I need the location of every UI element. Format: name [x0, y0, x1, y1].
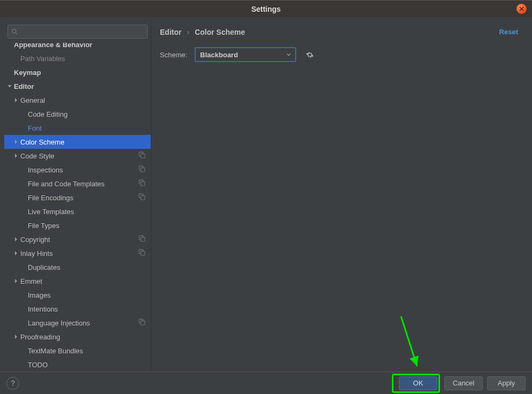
help-icon: ? — [11, 379, 14, 387]
reset-link[interactable]: Reset — [499, 28, 518, 36]
svg-rect-9 — [141, 195, 145, 200]
close-button[interactable] — [516, 4, 527, 14]
tree-item-label: Code Style — [20, 152, 138, 160]
dialog-footer: ? OK Cancel Apply — [0, 372, 532, 394]
svg-rect-11 — [141, 237, 145, 241]
svg-rect-13 — [141, 251, 145, 255]
tree-item[interactable]: General — [4, 93, 151, 107]
ok-button[interactable]: OK — [399, 376, 437, 390]
expander-icon[interactable] — [12, 140, 20, 144]
tree-item-label: Keymap — [14, 69, 145, 77]
tree-item-label: File Types — [28, 222, 145, 230]
svg-line-1 — [16, 33, 17, 34]
tree-item[interactable]: File Encodings — [4, 191, 151, 204]
tree-item-label: Appearance & Behavior — [14, 43, 145, 49]
tree-item-label: Code Editing — [28, 110, 145, 118]
settings-sidebar: Appearance & BehaviorPath VariablesKeyma… — [4, 21, 151, 372]
tree-item[interactable]: Code Editing — [4, 107, 151, 121]
tree-item-label: Images — [28, 291, 145, 299]
tree-item[interactable]: TextMate Bundles — [4, 344, 151, 358]
search-box[interactable] — [7, 25, 148, 39]
ok-annotation-highlight: OK — [392, 374, 440, 393]
project-scope-icon — [138, 165, 145, 174]
scheme-row: Scheme: Blackboard — [160, 47, 519, 62]
tree-item[interactable]: Font — [4, 121, 151, 135]
chevron-down-icon — [287, 52, 291, 57]
expander-icon[interactable] — [12, 335, 20, 339]
cancel-button[interactable]: Cancel — [444, 376, 483, 390]
tree-item-label: Intentions — [28, 305, 145, 313]
project-scope-icon — [138, 235, 145, 244]
settings-tree[interactable]: Appearance & BehaviorPath VariablesKeyma… — [4, 43, 151, 372]
apply-button[interactable]: Apply — [487, 376, 526, 390]
tree-item-label: Editor — [14, 82, 145, 90]
help-button[interactable]: ? — [6, 377, 19, 390]
breadcrumb-separator: › — [187, 28, 189, 36]
tree-item[interactable]: File Types — [4, 218, 151, 232]
tree-item-label: File and Code Templates — [28, 180, 138, 188]
close-icon — [519, 6, 524, 11]
tree-item-label: Path Variables — [20, 55, 145, 63]
tree-item[interactable]: Inlay Hints — [4, 246, 151, 260]
search-input[interactable] — [20, 28, 144, 35]
expander-icon[interactable] — [5, 84, 14, 88]
tree-item-label: Inlay Hints — [20, 249, 138, 257]
tree-item[interactable]: TODO — [4, 358, 151, 372]
tree-item-label: TODO — [28, 361, 145, 369]
tree-item[interactable]: Code Style — [4, 149, 151, 163]
tree-item[interactable]: Path Variables — [4, 51, 151, 65]
tree-item-label: Copyright — [20, 236, 138, 244]
content-panel: Editor › Color Scheme Reset Scheme: Blac… — [151, 21, 528, 372]
expander-icon[interactable] — [12, 279, 20, 283]
search-icon — [11, 28, 18, 35]
tree-item-label: Color Scheme — [20, 138, 145, 146]
tree-item[interactable]: Inspections — [4, 163, 151, 177]
tree-item[interactable]: Live Templates — [4, 204, 151, 218]
tree-item-label: Font — [28, 124, 145, 132]
tree-item[interactable]: Editor — [4, 79, 151, 93]
svg-point-0 — [12, 29, 16, 33]
tree-item-label: Live Templates — [28, 208, 145, 216]
tree-item-label: Emmet — [20, 277, 145, 285]
tree-item-label: File Encodings — [28, 194, 138, 202]
tree-item-label: General — [20, 96, 145, 104]
project-scope-icon — [138, 249, 145, 257]
tree-item-label: Language Injections — [28, 319, 138, 327]
tree-item[interactable]: File and Code Templates — [4, 177, 151, 191]
project-scope-icon — [138, 319, 145, 327]
tree-item[interactable]: Images — [4, 288, 151, 302]
project-scope-icon — [138, 193, 145, 202]
svg-rect-7 — [141, 181, 145, 186]
expander-icon[interactable] — [12, 251, 20, 255]
tree-item-label: TextMate Bundles — [28, 347, 145, 355]
tree-item[interactable]: Intentions — [4, 302, 151, 316]
scheme-dropdown[interactable]: Blackboard — [195, 47, 296, 62]
expander-icon[interactable] — [12, 154, 20, 158]
tree-item-label: Proofreading — [20, 333, 145, 341]
tree-item[interactable]: Color Scheme — [4, 135, 151, 149]
project-scope-icon — [138, 179, 145, 188]
tree-item[interactable]: Appearance & Behavior — [4, 43, 151, 51]
window-title: Settings — [251, 5, 281, 13]
gear-icon — [306, 51, 314, 59]
tree-item[interactable]: Copyright — [4, 232, 151, 246]
tree-item[interactable]: Keymap — [4, 65, 151, 79]
titlebar: Settings — [0, 0, 532, 17]
svg-rect-3 — [141, 154, 145, 158]
tree-item-label: Inspections — [28, 166, 138, 174]
project-scope-icon — [138, 151, 145, 160]
tree-item[interactable]: Duplicates — [4, 260, 151, 274]
breadcrumb: Editor › Color Scheme — [160, 28, 519, 36]
tree-item[interactable]: Emmet — [4, 274, 151, 288]
tree-item[interactable]: Language Injections — [4, 316, 151, 330]
expander-icon[interactable] — [12, 98, 20, 102]
tree-item[interactable]: Proofreading — [4, 330, 151, 344]
main-area: Appearance & BehaviorPath VariablesKeyma… — [4, 21, 528, 372]
tree-item-label: Duplicates — [28, 263, 145, 271]
svg-rect-15 — [141, 321, 145, 325]
scheme-value: Blackboard — [200, 51, 238, 59]
breadcrumb-part: Color Scheme — [195, 28, 245, 36]
scheme-settings-button[interactable] — [304, 49, 315, 60]
expander-icon[interactable] — [12, 237, 20, 241]
breadcrumb-part[interactable]: Editor — [160, 28, 181, 36]
